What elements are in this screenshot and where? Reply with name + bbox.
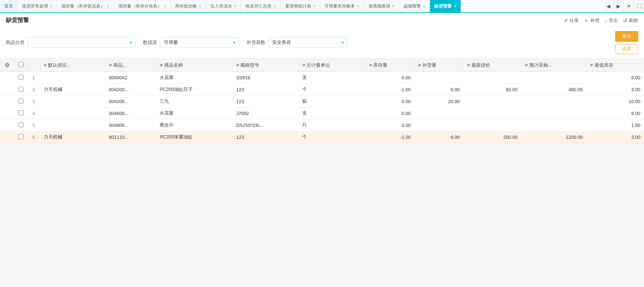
tab-item-batch-account[interactable]: 库存批次账×	[171, 0, 206, 12]
th-product-name[interactable]: ≡商品名称	[156, 59, 232, 72]
cell-unit: 个	[299, 84, 365, 96]
th-estimated-purchase[interactable]: ≡预计采购...	[521, 59, 587, 72]
tab-close-overstock[interactable]: ×	[423, 4, 425, 8]
action-btn-share[interactable]: ↗分享	[564, 17, 579, 24]
cell-min-stock: 3.00	[587, 131, 644, 143]
tab-close-inventory-dist[interactable]: ×	[164, 4, 166, 8]
tab-close-exception[interactable]: ×	[50, 4, 52, 8]
share-icon: ↗	[564, 18, 568, 23]
table-header-row: ⚙ ≡默认供应... ≡商品... ≡商品名称	[0, 59, 644, 72]
cell-estimated-purchase: 1200.00	[521, 131, 587, 143]
th-product-code[interactable]: ≡商品...	[105, 59, 156, 72]
table-row: 10000042火花塞SS816支0.008.00	[0, 72, 644, 84]
row-checkbox[interactable]	[18, 110, 23, 115]
cell-latest-price: 80.00	[463, 84, 521, 96]
tab-close-inventory-status[interactable]: ×	[107, 4, 109, 8]
replenish-label: 补货	[590, 17, 600, 24]
tab-next-btn[interactable]: ▶	[614, 0, 624, 12]
row-checkbox[interactable]	[18, 98, 23, 103]
th-spec[interactable]: ≡规格型号	[232, 59, 299, 72]
cell-estimated-purchase	[521, 119, 587, 131]
tab-label-home: 首页	[4, 3, 13, 9]
action-btn-refresh[interactable]: ↺刷新	[623, 17, 638, 24]
tab-close-order-stats[interactable]: ×	[313, 4, 316, 8]
row-checkbox[interactable]	[18, 122, 23, 127]
tab-item-exception[interactable]: 拣货异常处理×	[18, 0, 57, 12]
th-unit[interactable]: ≡主计量单位	[299, 59, 365, 72]
tab-close-in-out-flow[interactable]: ×	[234, 4, 236, 8]
th-min-stock[interactable]: ≡最低库存	[587, 59, 644, 72]
cell-latest-price	[463, 72, 521, 84]
th-row-num	[27, 59, 40, 72]
datasource-select[interactable]: 可用量 ▾	[160, 37, 239, 48]
th-stock-qty[interactable]: ≡库存量	[365, 59, 414, 72]
tab-bar: 首页拣货异常处理×现存量（库存状况表）×现存量（库存分布表）×库存批次账×出入库…	[0, 0, 644, 13]
row-number: 5	[27, 119, 40, 131]
tab-label-available-ledger: 可用量库存账本	[325, 3, 355, 9]
tab-close-shortage[interactable]: ×	[454, 4, 456, 8]
tab-prev-btn[interactable]: ◀	[604, 0, 614, 12]
cell-stock-qty: -1.00	[365, 131, 414, 143]
tab-item-in-out-flow[interactable]: 出入库流水×	[206, 0, 241, 12]
tab-expand-btn[interactable]: ⛶	[634, 0, 644, 12]
datasource-select-value: 可用量	[164, 39, 178, 46]
th-default-supplier[interactable]: ≡默认供应...	[40, 59, 105, 72]
cell-product-name: PC200油缸庄子	[156, 84, 232, 96]
row-checkbox-cell	[14, 107, 27, 119]
tab-item-inventory-status[interactable]: 现存量（库存状况表）×	[57, 0, 114, 12]
tab-item-overstock[interactable]: 超储预警×	[399, 0, 430, 12]
tab-close-all-btn[interactable]: ✕	[624, 0, 634, 12]
replenish-base-select[interactable]: 安全库存 ▾	[268, 37, 348, 48]
action-btn-replenish[interactable]: ＋补货	[584, 17, 600, 24]
cell-estimated-purchase	[521, 96, 587, 107]
cell-replenish-qty	[414, 119, 464, 131]
row-settings-cell	[0, 107, 14, 119]
tab-label-expiry-query: 保质期查询	[369, 3, 390, 9]
replenish-base-label: 补货基数	[247, 39, 265, 46]
category-select[interactable]: ▾	[27, 37, 136, 48]
tab-item-order-stats[interactable]: 要货单统计表×	[281, 0, 320, 12]
settings-button[interactable]: 设置	[615, 44, 638, 54]
cell-replenish-qty: 20.00	[414, 96, 464, 107]
replenish-icon: ＋	[584, 17, 589, 24]
row-checkbox[interactable]	[18, 75, 23, 80]
th-replenish-qty[interactable]: ≡补货量	[414, 59, 464, 72]
cell-estimated-purchase: 480.00	[521, 84, 587, 96]
cell-spec: 123	[232, 131, 299, 143]
tab-item-collect-summary[interactable]: 收发存汇总表×	[241, 0, 280, 12]
main-table: ⚙ ≡默认供应... ≡商品... ≡商品名称	[0, 58, 644, 143]
table-row: 2力天机械004200...PC200油缸庄子123个-1.006.0080.0…	[0, 84, 644, 96]
main-content: 缺货预警 ↗分享＋补货↓导出↺刷新 商品分类 ▾ 数据源 可用量 ▾ 补货基数 …	[0, 13, 644, 143]
th-latest-price[interactable]: ≡最新进价	[463, 59, 521, 72]
tab-label-collect-summary: 收发存汇总表	[245, 3, 271, 9]
cell-product-code: 004600...	[105, 107, 156, 119]
cell-estimated-purchase	[521, 72, 587, 84]
tab-close-available-ledger[interactable]: ×	[357, 4, 359, 8]
export-label: 导出	[609, 17, 618, 24]
cell-stock-qty: 0.00	[365, 119, 414, 131]
cell-min-stock: 8.00	[587, 107, 644, 119]
table-settings-icon[interactable]: ⚙	[5, 62, 10, 68]
tab-label-order-stats: 要货单统计表	[285, 3, 311, 9]
tab-item-available-ledger[interactable]: 可用量库存账本×	[320, 0, 364, 12]
select-all-checkbox[interactable]	[18, 62, 23, 67]
tab-close-batch-account[interactable]: ×	[199, 4, 201, 8]
tab-close-collect-summary[interactable]: ×	[274, 4, 276, 8]
row-checkbox[interactable]	[18, 87, 23, 92]
datasource-dropdown-icon: ▾	[233, 40, 235, 45]
tab-item-shortage[interactable]: 缺货预警×	[430, 0, 461, 12]
cell-default-supplier	[40, 96, 105, 107]
tab-close-expiry-query[interactable]: ×	[392, 4, 395, 8]
row-number: 2	[27, 84, 40, 96]
filter-bar: 商品分类 ▾ 数据源 可用量 ▾ 补货基数 安全库存 ▾ 查询 设置	[0, 27, 644, 58]
tab-item-expiry-query[interactable]: 保质期查询×	[364, 0, 399, 12]
row-checkbox[interactable]	[18, 134, 23, 139]
query-button[interactable]: 查询	[615, 31, 638, 42]
th-checkbox	[14, 59, 27, 72]
cell-default-supplier	[40, 72, 105, 84]
tab-label-batch-account: 库存批次账	[175, 3, 197, 9]
cell-min-stock: 3.00	[587, 84, 644, 96]
tab-item-inventory-dist[interactable]: 现存量（库存分布表）×	[114, 0, 171, 12]
tab-item-home[interactable]: 首页	[0, 0, 18, 12]
action-btn-export[interactable]: ↓导出	[605, 17, 618, 24]
